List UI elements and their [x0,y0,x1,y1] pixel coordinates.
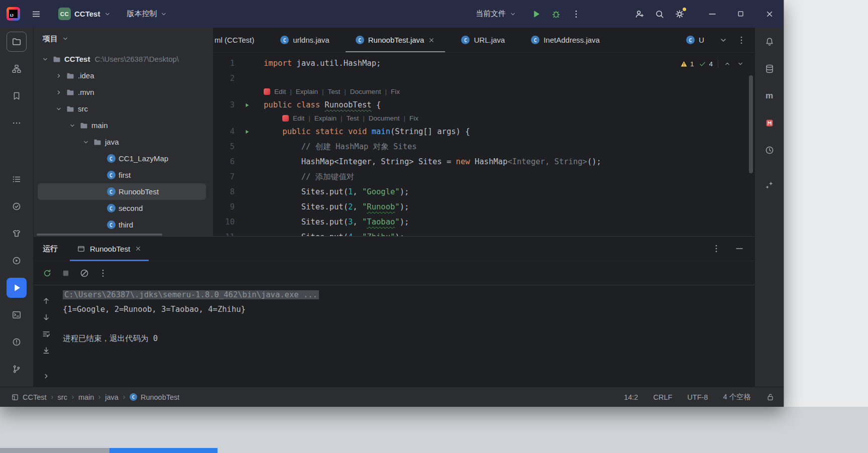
tree-item-.mvn[interactable]: .mvn [38,84,206,100]
stop-button[interactable] [61,268,71,278]
code-with-me-button[interactable] [629,5,649,23]
ai-action-document[interactable]: Document [369,115,400,122]
passed-item[interactable]: 4 [699,60,713,68]
horizontal-scrollbar[interactable] [37,234,162,236]
editor-tab-RunoobTest.java[interactable]: CRunoobTest.java [343,28,449,52]
editor-scrollbar[interactable] [749,75,753,173]
kebab-button[interactable] [98,268,108,278]
run-line-icon[interactable] [243,101,251,109]
version-control-button[interactable] [7,359,27,379]
ai-action-edit[interactable]: Edit [293,115,304,122]
tree-item-first[interactable]: Cfirst [38,167,206,183]
tree-item-second[interactable]: Csecond [38,200,206,216]
editor-tab-urldns.java[interactable]: Curldns.java [267,28,343,52]
caret-position[interactable]: 14:2 [624,393,638,401]
inspections-widget[interactable]: 1 4 [678,59,746,69]
rerun-button[interactable] [42,268,52,278]
tree-item-CCTest[interactable]: CCTestC:\Users\26387\Desktop\ [38,51,206,67]
scroll-end-button[interactable] [42,346,51,355]
tab-options-button[interactable] [736,35,746,45]
debug-button[interactable] [546,5,566,23]
encoding[interactable]: UTF-8 [687,393,708,401]
main-menu-button[interactable] [26,5,46,23]
todo-button[interactable] [7,169,27,189]
project-panel-header[interactable]: 项目 [34,28,213,50]
close-tab-icon[interactable] [135,245,142,252]
tree-toggle[interactable] [53,88,64,96]
breadcrumb-main[interactable]: main [78,393,94,401]
project-button[interactable] [7,32,27,52]
tree-toggle[interactable] [53,105,64,113]
kebab-button[interactable] [711,244,721,254]
ai-action-fix[interactable]: Fix [391,88,400,95]
minimize-button[interactable] [734,244,744,254]
pull-requests-button[interactable] [7,223,27,244]
ai-action-explain[interactable]: Explain [296,88,318,95]
tree-toggle[interactable] [53,72,64,80]
close-tab-icon[interactable] [428,37,435,44]
run-line-icon[interactable] [243,128,251,136]
lock-icon[interactable] [766,393,775,401]
structure-button[interactable] [7,59,27,79]
tree-item-.idea[interactable]: .idea [38,67,206,84]
project-widget[interactable]: CC CCTest [58,8,112,20]
more-tool-windows-button[interactable] [7,113,27,133]
editor-tab-InetAddress.java[interactable]: CInetAddress.java [518,28,613,52]
problems-button[interactable] [7,332,27,352]
tree-toggle[interactable] [40,55,51,63]
ai-action-fix[interactable]: Fix [409,115,418,122]
services-button[interactable] [7,251,27,271]
code-area[interactable]: 1import java.util.HashMap;2Edit|Explain|… [213,53,754,236]
breadcrumb-src[interactable]: src [58,393,67,401]
tree-toggle[interactable] [67,122,78,130]
line-ending[interactable]: CRLF [653,393,672,401]
ban-button[interactable] [79,268,89,278]
terminal-button[interactable] [7,305,27,325]
prev-problem-icon[interactable] [723,60,731,68]
arrow-up-button[interactable] [42,296,51,305]
maximize-button[interactable] [726,0,755,28]
tree-item-CC1_LazyMap[interactable]: CCC1_LazyMap [38,150,206,167]
warnings-item[interactable]: 1 [680,60,694,68]
ai-action-test[interactable]: Test [347,115,359,122]
editor-tab-U[interactable]: CU [679,28,708,52]
ai-action-test[interactable]: Test [328,88,341,95]
vcs-widget[interactable]: 版本控制 [127,9,168,19]
breadcrumb-java[interactable]: java [105,393,119,401]
ai-action-explain[interactable]: Explain [314,115,337,122]
breadcrumb-CCTest[interactable]: CCTest [11,393,47,401]
editor-tab-URL.java[interactable]: CURL.java [448,28,518,52]
minimize-button[interactable] [698,0,726,28]
plugin-button[interactable] [759,113,780,133]
commit-button[interactable] [7,196,27,216]
tree-item-RunoobTest[interactable]: CRunoobTest [38,183,206,200]
arrow-down-button[interactable] [42,313,51,322]
next-problem-icon[interactable] [736,60,744,68]
local-history-button[interactable] [759,140,780,160]
run-button[interactable] [7,278,27,298]
run-tab[interactable]: RunoobTest [70,237,149,261]
breadcrumb-RunoobTest[interactable]: CRunoobTest [130,393,179,401]
tree-item-java[interactable]: java [38,134,206,150]
run-button[interactable] [526,5,546,23]
run-config-widget[interactable]: 当前文件 [476,9,517,19]
bookmarks-button[interactable] [7,86,27,106]
ai-action-document[interactable]: Document [350,88,381,95]
tree-toggle[interactable] [80,138,91,146]
chevron-right-button[interactable] [42,372,51,381]
indent-setting[interactable]: 4 个空格 [723,392,751,402]
ai-action-edit[interactable]: Edit [274,88,286,95]
settings-button[interactable] [670,5,690,23]
editor-tab-ml-CCTest-[interactable]: ml (CCTest) [213,28,267,52]
console-output[interactable]: C:\Users\26387\.jdks\semeru-1.8.0_462\bi… [59,285,754,387]
maven-button[interactable]: m [759,86,780,106]
more-actions-button[interactable] [566,5,586,23]
notifications-button[interactable] [759,32,780,52]
database-button[interactable] [759,59,780,79]
tree-item-src[interactable]: src [38,100,206,117]
tree-item-main[interactable]: main [38,117,206,134]
tree-item-third[interactable]: Cthird [38,216,206,233]
hidden-tabs-button[interactable] [718,35,728,45]
soft-wrap-button[interactable] [42,329,51,338]
search-everywhere-button[interactable] [649,5,670,23]
